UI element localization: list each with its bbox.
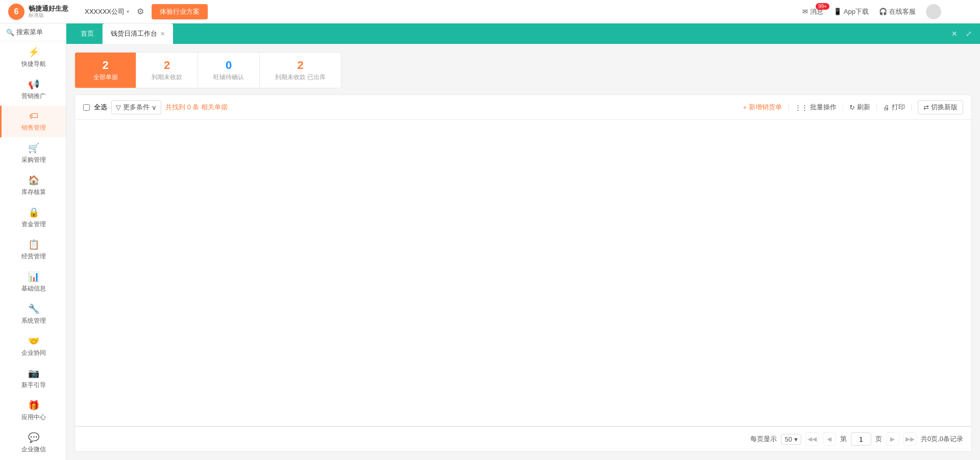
message-item[interactable]: ✉ 消息 99+ — [802, 7, 823, 16]
sidebar-item-sales[interactable]: 🏷 销售管理 — [0, 106, 66, 137]
more-filters-button[interactable]: ▽ 更多条件 ∨ — [111, 100, 161, 114]
page-size-chevron: ▾ — [794, 435, 798, 443]
next-page-button[interactable]: ▶ — [886, 432, 899, 446]
settings-icon[interactable]: ⚙ — [133, 5, 148, 19]
message-icon: ✉ — [802, 8, 808, 15]
tab-cash-desk[interactable]: 钱货日清工作台 ✕ — [103, 23, 173, 44]
headset-icon: 🎧 — [879, 8, 887, 15]
divider4 — [911, 104, 912, 111]
header-center: XXXXXX公司 ▾ ⚙ 体验行业方案 — [75, 4, 802, 19]
system-icon: 🔧 — [28, 303, 39, 314]
tab-home[interactable]: 首页 — [72, 23, 103, 44]
sidebar-item-label: 企业微信 — [21, 445, 46, 454]
stat-tab-pending[interactable]: 0 旺辅待确认 — [198, 53, 260, 88]
company-name: XXXXXX公司 — [85, 7, 125, 16]
tab-home-label: 首页 — [81, 29, 94, 38]
add-order-label: 新增销货单 — [749, 103, 782, 112]
add-icon: + — [743, 104, 747, 111]
stat-all-label: 全部单据 — [90, 73, 120, 82]
print-button[interactable]: 🖨 打印 — [883, 103, 905, 112]
sidebar-item-purchase[interactable]: 🛒 采购管理 — [0, 137, 66, 170]
sidebar-item-label: 销售管理 — [21, 124, 46, 132]
sidebar-item-system[interactable]: 🔧 系统管理 — [0, 298, 66, 330]
tab-expand-icon[interactable]: ⤢ — [964, 28, 974, 40]
sidebar-item-quick-nav[interactable]: ⚡ 快捷导航 — [0, 41, 66, 74]
tab-bar: 首页 钱货日清工作台 ✕ ✕ ⤢ — [66, 23, 980, 44]
sidebar-item-marketing[interactable]: 📢 营销推广 — [0, 74, 66, 106]
online-service-label: 在线客服 — [889, 7, 916, 16]
found-prefix: 共找到 — [165, 103, 185, 111]
tab-close-icon[interactable]: ✕ — [160, 31, 165, 37]
prev-page-button[interactable]: ◀ — [823, 432, 836, 446]
avatar[interactable] — [926, 4, 941, 19]
switch-version-button[interactable]: ⇄ 切换新版 — [918, 100, 963, 114]
online-service-item[interactable]: 🎧 在线客服 — [879, 7, 916, 16]
page-size-select[interactable]: 50 ▾ — [781, 434, 801, 445]
found-suffix: 相关单据 — [201, 103, 228, 111]
lightning-icon: ⚡ — [28, 46, 39, 58]
first-page-button[interactable]: ◀◀ — [805, 432, 819, 446]
page-label: 第 — [840, 434, 847, 444]
sidebar-item-cooperation[interactable]: 🤝 企业协同 — [0, 330, 66, 362]
table-section: 全选 ▽ 更多条件 ∨ 共找到 0 条 相关单据 — [75, 94, 972, 452]
app-center-icon: 🎁 — [28, 400, 39, 411]
toolbar: 全选 ▽ 更多条件 ∨ 共找到 0 条 相关单据 — [75, 94, 972, 120]
sidebar-item-label: 应用中心 — [21, 413, 46, 422]
sidebar-item-guide[interactable]: 📷 新手引导 — [0, 362, 66, 395]
stat-tab-shipped[interactable]: 2 到期未收款 已出库 — [260, 53, 341, 88]
stat-shipped-label: 到期未收款 已出库 — [275, 73, 326, 82]
operations-icon: 📋 — [28, 239, 39, 250]
sidebar-item-label: 营销推广 — [21, 92, 46, 101]
logo-text: 畅捷通好生意 标准版 — [29, 5, 68, 19]
sidebar-item-label: 经营管理 — [21, 252, 46, 261]
search-icon: 🔍 — [6, 29, 14, 36]
stat-pending-label: 旺辅待确认 — [213, 73, 244, 82]
stat-pending-num: 0 — [213, 59, 244, 72]
batch-icon: ⋮⋮ — [795, 104, 808, 111]
toolbar-left: 全选 ▽ 更多条件 ∨ 共找到 0 条 相关单据 — [83, 100, 737, 114]
switch-icon: ⇄ — [923, 104, 929, 111]
main-layout: 🔍 搜索菜单 ⚡ 快捷导航 📢 营销推广 🏷 销售管理 🛒 采购管理 🏠 库存核… — [0, 23, 980, 460]
tab-cash-desk-label: 钱货日清工作台 — [111, 29, 157, 38]
sidebar-item-label: 系统管理 — [21, 317, 46, 325]
sidebar-item-operations[interactable]: 📋 经营管理 — [0, 234, 66, 266]
stat-all-num: 2 — [90, 59, 120, 72]
logo-area: 6 畅捷通好生意 标准版 — [8, 4, 75, 20]
chevron-filter-icon: ∨ — [152, 104, 157, 111]
sidebar-item-inventory[interactable]: 🏠 库存核算 — [0, 170, 66, 202]
sidebar-item-basic[interactable]: 📊 基础信息 — [0, 266, 66, 298]
message-badge: 99+ — [816, 3, 829, 10]
page-input[interactable] — [851, 432, 871, 446]
add-order-button[interactable]: + 新增销货单 — [743, 103, 782, 112]
sidebar-item-funds[interactable]: 🔒 资金管理 — [0, 202, 66, 234]
logo-name: 畅捷通好生意 — [29, 5, 68, 13]
tab-minimize-icon[interactable]: ✕ — [949, 28, 960, 40]
last-page-button[interactable]: ▶▶ — [903, 432, 917, 446]
stats-tabs: 2 全部单据 2 到期未收款 0 旺辅待确认 2 到期未收款 已出库 — [75, 52, 341, 88]
funds-icon: 🔒 — [28, 207, 39, 218]
app-download-label: App下载 — [844, 7, 869, 16]
more-filters-label: 更多条件 — [123, 103, 150, 112]
stat-tab-all[interactable]: 2 全部单据 — [75, 53, 136, 88]
top-header: 6 畅捷通好生意 标准版 XXXXXX公司 ▾ ⚙ 体验行业方案 ✉ 消息 99… — [0, 0, 980, 23]
stat-tab-overdue[interactable]: 2 到期未收款 — [136, 53, 198, 88]
page-unit: 页 — [875, 434, 882, 444]
found-count: 0 — [187, 103, 191, 111]
guide-icon: 📷 — [28, 368, 39, 379]
sidebar-item-label: 库存核算 — [21, 188, 46, 197]
stat-shipped-num: 2 — [275, 59, 326, 72]
app-download-item[interactable]: 📱 App下载 — [834, 7, 869, 16]
select-all-checkbox[interactable] — [83, 104, 90, 111]
filter-icon: ▽ — [116, 104, 121, 111]
refresh-button[interactable]: ↻ 刷新 — [849, 103, 870, 112]
trial-button[interactable]: 体验行业方案 — [152, 4, 208, 19]
batch-operation-button[interactable]: ⋮⋮ 批量操作 — [795, 103, 837, 112]
sidebar-item-wechat[interactable]: 💬 企业微信 — [0, 427, 66, 459]
sidebar-item-app-center[interactable]: 🎁 应用中心 — [0, 395, 66, 427]
search-menu[interactable]: 🔍 搜索菜单 — [0, 23, 66, 41]
company-selector[interactable]: XXXXXX公司 ▾ — [85, 7, 129, 16]
basic-icon: 📊 — [28, 271, 39, 282]
divider2 — [843, 104, 843, 111]
pagination: 每页显示 50 ▾ ◀◀ ◀ 第 页 ▶ ▶▶ 共0页,0条记录 — [75, 426, 972, 452]
table-area — [75, 120, 972, 426]
